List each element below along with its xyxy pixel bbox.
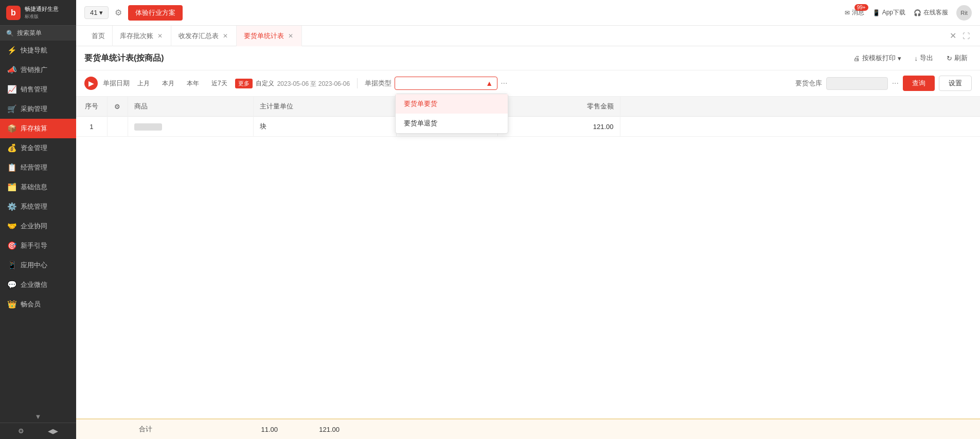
operation-label: 经营管理	[21, 163, 47, 172]
tabs-expand-btn[interactable]: ⛶	[960, 30, 972, 42]
tab-collect-summary-close[interactable]: ✕	[222, 32, 229, 40]
sidebar-item-basic[interactable]: 🗂️ 基础信息	[0, 177, 76, 197]
tab-collect-summary-label: 收发存汇总表	[179, 31, 219, 41]
date-this-year-btn[interactable]: 本年	[182, 77, 204, 90]
sales-icon: 📈	[7, 85, 16, 94]
doc-type-select[interactable]: ▲ 要货单要货 要货单退货	[395, 77, 497, 90]
col-no: 序号	[76, 97, 107, 117]
date-this-month-btn[interactable]: 本月	[157, 77, 179, 90]
user-avatar[interactable]: Rit	[956, 5, 972, 21]
data-table: 序号 ⚙ 商品 主计量单位 主数量 零售金额 1	[76, 97, 980, 137]
sidebar-logo: b 畅捷通好生意 标准版	[0, 0, 76, 26]
member-label: 畅会员	[21, 300, 41, 309]
tab-batch-account-label: 库存批次账	[120, 31, 153, 41]
sidebar-collapse-btn[interactable]: ◀▶	[48, 427, 58, 435]
sidebar-item-finance[interactable]: 💰 资金管理	[0, 138, 76, 158]
print-btn[interactable]: 🖨 按模板打印 ▾	[849, 51, 905, 65]
sidebar-item-enterprise[interactable]: 🤝 企业协同	[0, 216, 76, 236]
refresh-btn[interactable]: ↻ 刷新	[942, 51, 972, 65]
cell-unit: 块	[254, 117, 397, 137]
finance-label: 资金管理	[21, 143, 47, 153]
cell-settings	[107, 117, 128, 137]
query-button[interactable]: 查询	[903, 76, 935, 91]
sidebar-item-wechat[interactable]: 💬 企业微信	[0, 275, 76, 295]
sidebar-item-system[interactable]: ⚙️ 系统管理	[0, 197, 76, 216]
tabs-bar: 首页 库存批次账 ✕ 收发存汇总表 ✕ 要货单统计表 ✕ ✕ ⛶	[76, 26, 980, 46]
dropdown-item-order-return[interactable]: 要货单退货	[396, 114, 508, 133]
filter-right: 要货仓库 ··· 查询 设置	[795, 76, 972, 91]
appstore-label: 应用中心	[21, 261, 47, 270]
tab-batch-account-close[interactable]: ✕	[156, 32, 164, 40]
cell-no: 1	[76, 117, 107, 137]
col-settings[interactable]: ⚙	[107, 97, 128, 117]
tab-order-summary-label: 要货单统计表	[244, 31, 284, 41]
sidebar-item-marketing[interactable]: 📣 营销推广	[0, 60, 76, 80]
topbar-right: ✉ 消息 99+ 📱 App下载 🎧 在线客服 Rit	[845, 5, 972, 21]
quick-nav-label: 快捷导航	[21, 46, 47, 55]
basic-label: 基础信息	[21, 182, 47, 192]
sidebar-item-quick-nav[interactable]: ⚡ 快捷导航	[0, 41, 76, 60]
store-number: 41	[90, 9, 97, 16]
sidebar-item-inventory[interactable]: 📦 库存核算	[0, 119, 76, 138]
warehouse-select[interactable]	[826, 77, 888, 90]
table-row: 1 ████ ██ 块 11.00 121.00	[76, 117, 980, 137]
purchase-label: 采购管理	[21, 104, 47, 114]
sidebar-settings-btn[interactable]: ⚙	[18, 427, 24, 435]
system-label: 系统管理	[21, 202, 47, 211]
member-icon: 👑	[7, 300, 16, 309]
message-action[interactable]: ✉ 消息 99+	[845, 8, 864, 17]
date-range-display: 2023-05-06 至 2023-06-06	[277, 80, 350, 88]
dropdown-item-order-goods[interactable]: 要货单要货	[396, 94, 508, 114]
col-extra	[620, 97, 980, 117]
warehouse-label: 要货仓库	[795, 79, 822, 88]
sidebar-item-newuser[interactable]: 🎯 新手引导	[0, 236, 76, 255]
system-icon: ⚙️	[7, 202, 16, 211]
app-download-action[interactable]: 📱 App下载	[872, 8, 905, 17]
date-prev-month-btn[interactable]: 上月	[133, 77, 154, 90]
enterprise-label: 企业协同	[21, 222, 47, 231]
topbar-left: 41 ▾ ⚙ 体验行业方案	[84, 5, 839, 21]
filter-area: ▶ 单据日期 上月 本月 本年 近7天 更多 自定义 2023-05-06 至 …	[76, 70, 980, 97]
filter-expand-btn[interactable]: ▶	[84, 77, 98, 90]
finance-icon: 💰	[7, 143, 16, 153]
sidebar-item-purchase[interactable]: 🛒 采购管理	[0, 99, 76, 119]
user-name: Rit	[960, 10, 967, 16]
page-title: 要货单统计表(按商品)	[84, 53, 164, 69]
sidebar-scroll-down[interactable]: ▼	[0, 411, 76, 423]
tabs-close-all-btn[interactable]: ✕	[946, 29, 960, 43]
store-selector[interactable]: 41 ▾	[84, 6, 109, 19]
footer-quantity: 11.00	[201, 426, 278, 433]
filter-more-icon[interactable]: ···	[501, 79, 507, 88]
tab-home[interactable]: 首页	[84, 26, 113, 46]
sidebar-item-sales[interactable]: 📈 销售管理	[0, 80, 76, 99]
trial-button[interactable]: 体验行业方案	[128, 5, 183, 21]
doc-type-label: 单据类型	[365, 79, 391, 88]
page-header: 要货单统计表(按商品) 🖨 按模板打印 ▾ ↓ 导出 ↻ 刷新	[76, 46, 980, 70]
sidebar-search[interactable]: 🔍 搜索菜单	[0, 26, 76, 41]
sidebar-item-operation[interactable]: 📋 经营管理	[0, 158, 76, 177]
online-service-action[interactable]: 🎧 在线客服	[914, 8, 948, 17]
chevron-up-icon: ▲	[486, 79, 493, 87]
tab-order-summary[interactable]: 要货单统计表 ✕	[237, 26, 302, 46]
tab-collect-summary[interactable]: 收发存汇总表 ✕	[171, 26, 237, 46]
purchase-icon: 🛒	[7, 104, 16, 114]
warehouse-more-icon[interactable]: ···	[892, 79, 899, 88]
settings-button[interactable]: 设置	[939, 76, 972, 91]
tab-batch-account[interactable]: 库存批次账 ✕	[113, 26, 171, 46]
col-amount: 零售金额	[498, 97, 620, 117]
tab-order-summary-close[interactable]: ✕	[287, 32, 294, 40]
tab-home-label: 首页	[92, 31, 105, 41]
refresh-icon: ↻	[947, 54, 952, 62]
sidebar-item-appstore[interactable]: 📱 应用中心	[0, 255, 76, 275]
inventory-label: 库存核算	[21, 124, 47, 133]
date-custom-btn[interactable]: 自定义	[256, 79, 274, 88]
topbar-settings-icon[interactable]: ⚙	[113, 6, 124, 20]
sidebar-item-member[interactable]: 👑 畅会员	[0, 295, 76, 314]
col-product: 商品	[128, 97, 254, 117]
date-more-badge[interactable]: 更多	[235, 79, 253, 88]
export-btn[interactable]: ↓ 导出	[911, 51, 938, 65]
export-icon: ↓	[915, 54, 918, 62]
doc-type-dropdown: 要货单要货 要货单退货	[395, 94, 508, 134]
quick-nav-icon: ⚡	[7, 46, 16, 55]
date-last7-btn[interactable]: 近7天	[207, 77, 232, 90]
